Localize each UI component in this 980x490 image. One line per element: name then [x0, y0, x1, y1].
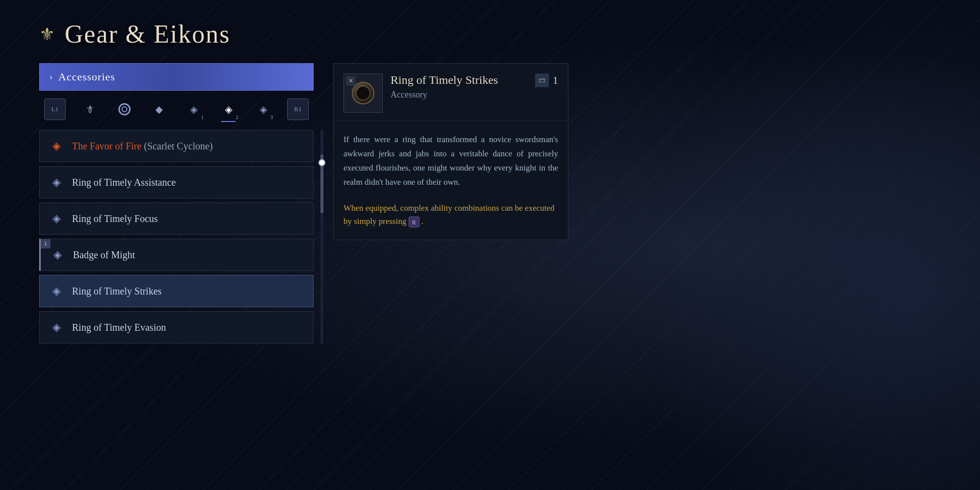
- tab-slot3-icon[interactable]: ◈ 3: [252, 98, 274, 120]
- gray-text: (Scarlet Cyclone): [144, 141, 213, 151]
- slot3-icon: ◈: [260, 103, 267, 115]
- slot2-number: 2: [236, 115, 238, 120]
- diamond-icon: ◆: [155, 103, 163, 115]
- item-badge-icon: ◈: [49, 246, 66, 264]
- list-item[interactable]: ◈ Ring of Timely Assistance: [39, 166, 314, 198]
- item-name: Ring of Timely Strikes: [72, 286, 162, 297]
- svg-point-1: [122, 107, 127, 112]
- list-item[interactable]: ◈ Ring of Timely Focus: [39, 202, 314, 235]
- category-label: Accessories: [58, 71, 115, 83]
- scroll-dot: [318, 159, 325, 166]
- detail-body: If there were a ring that transformed a …: [334, 121, 568, 240]
- item-name: Ring of Timely Evasion: [72, 322, 166, 333]
- detail-count: 1: [553, 74, 558, 87]
- detail-ability-text: When equipped, complex ability combinati…: [343, 201, 558, 228]
- page-title-area: ⚜ Gear & Eikons: [0, 0, 980, 63]
- svg-point-3: [356, 86, 370, 100]
- item-badge: 1: [41, 239, 50, 248]
- tab-r1-button[interactable]: R1: [287, 98, 309, 120]
- ability-button-icon: R: [409, 217, 419, 227]
- list-item[interactable]: ◈ Ring of Timely Strikes: [39, 275, 314, 307]
- icon-tabs-row: L1 🗡 ◆ ◈ 1: [39, 98, 314, 120]
- l1-label: L1: [51, 105, 58, 113]
- detail-item-type: Accessory: [391, 90, 558, 100]
- list-item[interactable]: 1 ◈ Badge of Might: [39, 239, 314, 271]
- item-name: The Favor of Fire (Scarlet Cyclone): [72, 141, 213, 152]
- tab-slot2-icon[interactable]: ◈ 2: [218, 98, 239, 120]
- detail-item-name: Ring of Timely Strikes: [391, 74, 558, 87]
- item-ring-icon: ◈: [48, 318, 65, 336]
- item-ring-icon: ◈: [48, 210, 65, 227]
- ability-description: When equipped, complex ability combinati…: [343, 203, 555, 226]
- tab-l1-button[interactable]: L1: [44, 98, 66, 120]
- item-ring-icon: ◈: [48, 173, 65, 191]
- right-panel: ✕: [333, 63, 568, 343]
- fire-text: The Favor of Fire: [72, 141, 142, 151]
- title-decoration-icon: ⚜: [39, 24, 55, 45]
- list-item[interactable]: ◈ Ring of Timely Evasion: [39, 311, 314, 343]
- detail-image-box: ✕: [343, 74, 383, 113]
- chest-icon: 🗃: [539, 76, 545, 84]
- tab-sword-icon[interactable]: 🗡: [79, 98, 100, 120]
- corner-mark-icon: ✕: [346, 76, 356, 86]
- tab-diamond-icon[interactable]: ◆: [148, 98, 170, 120]
- item-ring-icon: ◈: [48, 282, 65, 300]
- sword-icon: 🗡: [85, 104, 95, 115]
- tab-ring-icon[interactable]: [114, 98, 135, 120]
- detail-count-area: 🗃 1: [535, 74, 558, 87]
- corner-icon: ✕: [348, 77, 353, 85]
- left-panel: › Accessories L1 🗡 ◆: [39, 63, 314, 343]
- detail-description: If there were a ring that transformed a …: [343, 133, 558, 190]
- detail-title-area: Ring of Timely Strikes Accessory: [391, 74, 558, 100]
- slot1-icon: ◈: [190, 103, 197, 115]
- category-header[interactable]: › Accessories: [39, 63, 314, 91]
- r1-label: R1: [294, 105, 301, 113]
- item-name: Ring of Timely Assistance: [72, 177, 176, 188]
- svg-point-0: [119, 104, 130, 115]
- item-list: ◈ The Favor of Fire (Scarlet Cyclone) ◈ …: [39, 130, 314, 343]
- ability-suffix: .: [421, 217, 423, 226]
- scroll-bar: [320, 130, 323, 343]
- item-name: Badge of Might: [73, 249, 135, 261]
- tab-slot1-icon[interactable]: ◈ 1: [183, 98, 204, 120]
- page-title: Gear & Eikons: [65, 20, 230, 49]
- slot2-icon: ◈: [225, 103, 232, 115]
- detail-card: ✕: [333, 63, 568, 240]
- slot3-number: 3: [270, 115, 273, 120]
- item-name: Ring of Timely Focus: [72, 213, 158, 224]
- inventory-icon: 🗃: [535, 74, 549, 87]
- item-fire-icon: ◈: [48, 137, 65, 155]
- detail-header: ✕: [334, 64, 568, 121]
- ring-icon: [118, 102, 131, 116]
- category-chevron-icon: ›: [49, 72, 52, 82]
- list-item[interactable]: ◈ The Favor of Fire (Scarlet Cyclone): [39, 130, 314, 162]
- slot1-number: 1: [201, 115, 203, 120]
